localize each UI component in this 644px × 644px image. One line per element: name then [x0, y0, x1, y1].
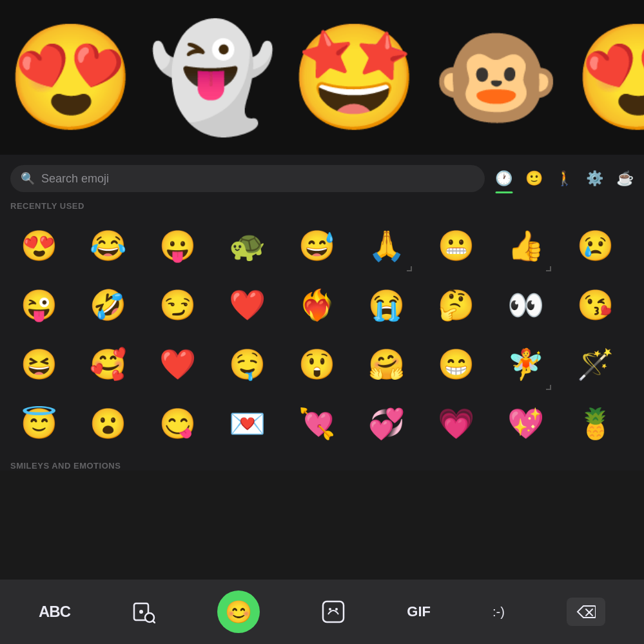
emoji-cell[interactable]: 🐢 — [219, 217, 276, 274]
emoji-cell[interactable]: 💘 — [289, 395, 346, 452]
showcase-emoji-1: 😍 — [6, 26, 135, 129]
emoji-cell[interactable]: 😍 — [10, 217, 67, 274]
search-icon: 🔍 — [21, 171, 35, 186]
svg-point-5 — [329, 608, 331, 610]
emoji-cell[interactable]: 😋 — [150, 395, 206, 452]
emoji-cell[interactable]: ❤️ — [150, 336, 206, 393]
emoji-keyboard-button[interactable]: 😊 — [217, 590, 260, 633]
emoji-cell[interactable]: 😲 — [289, 336, 346, 393]
emoji-cell[interactable]: 🤔 — [427, 277, 484, 333]
search-bar[interactable]: 🔍 Search emoji — [10, 165, 485, 192]
emoji-cell[interactable]: 👍 — [497, 217, 554, 274]
emoji-cell[interactable]: 😅 — [289, 217, 346, 274]
emoji-cell[interactable]: 😜 — [10, 277, 67, 333]
cat-tab-objects[interactable]: ☕ — [616, 170, 634, 187]
svg-point-6 — [335, 608, 338, 610]
showcase-emoji-5: 😍 — [574, 26, 644, 129]
sticker-search-button[interactable] — [132, 600, 155, 623]
search-row: 🔍 Search emoji 🕐 🙂 🚶 ⚙️ ☕ — [10, 165, 634, 192]
emoji-cell[interactable]: 🤣 — [80, 277, 137, 333]
emoji-cell[interactable]: 🧚 — [497, 336, 554, 393]
cat-tab-people[interactable]: 🚶 — [556, 170, 573, 187]
cat-tab-recent[interactable]: 🕐 — [495, 170, 512, 187]
emoji-cell[interactable]: 😭 — [358, 277, 415, 333]
showcase-emoji-4: 🐵 — [432, 26, 561, 129]
emoji-cell[interactable]: 🥰 — [80, 336, 137, 393]
cat-tab-smileys[interactable]: 🙂 — [525, 170, 543, 187]
cat-tab-activities[interactable]: ⚙️ — [586, 170, 603, 187]
svg-point-3 — [139, 610, 143, 614]
svg-rect-4 — [323, 601, 344, 622]
emoji-cell[interactable]: 😢 — [567, 217, 623, 274]
delete-button[interactable] — [567, 598, 605, 626]
showcase-emoji-2: 👻 — [148, 26, 277, 129]
emoji-cell[interactable]: 😁 — [427, 336, 484, 393]
emoji-cell[interactable]: 😂 — [80, 217, 137, 274]
emoji-cell[interactable]: ❤️ — [219, 277, 276, 333]
category-tabs: 🕐 🙂 🚶 ⚙️ ☕ — [495, 170, 634, 187]
emoji-cell[interactable]: 😛 — [150, 217, 206, 274]
top-showcase: 😍 👻 🤩 🐵 😍 — [0, 0, 644, 155]
recently-used-grid: 😍 😂 😛 🐢 😅 🙏 😬 👍 😢 😜 🤣 😏 ❤️ ❤️‍🔥 😭 🤔 👀 😘 … — [10, 217, 634, 452]
showcase-emoji-3: 🤩 — [290, 26, 419, 129]
emoji-picker-panel: 🔍 Search emoji 🕐 🙂 🚶 ⚙️ ☕ RECENTLY USED … — [0, 155, 644, 471]
emoji-cell[interactable]: 🪄 — [567, 336, 623, 393]
emoji-cell[interactable]: 😏 — [150, 277, 206, 333]
section-label-smileys: SMILEYS AND EMOTIONS — [10, 461, 634, 471]
search-placeholder: Search emoji — [41, 172, 109, 186]
emoji-cell[interactable]: 😮 — [80, 395, 137, 452]
emoji-cell[interactable]: 😘 — [567, 277, 623, 333]
emoticon-button[interactable]: :-) — [493, 605, 505, 620]
emoji-cell[interactable]: 🤤 — [219, 336, 276, 393]
gif-button[interactable]: GIF — [407, 603, 431, 620]
emoji-sticker-button[interactable] — [322, 600, 345, 623]
svg-line-2 — [153, 621, 155, 623]
emoji-cell[interactable]: 💗 — [427, 395, 484, 452]
emoji-btn-circle[interactable]: 😊 — [217, 590, 260, 633]
abc-button[interactable]: ABC — [39, 603, 70, 621]
emoji-cell[interactable]: 😇 — [10, 395, 67, 452]
emoji-cell[interactable]: 👀 — [497, 277, 554, 333]
emoji-cell[interactable]: ❤️‍🔥 — [289, 277, 346, 333]
bottom-toolbar: ABC 😊 GIF :-) — [0, 580, 644, 644]
emoji-cell[interactable]: 💌 — [219, 395, 276, 452]
emoji-cell[interactable]: 🙏 — [358, 217, 415, 274]
emoji-face-icon: 😊 — [225, 599, 252, 625]
emoji-cell[interactable]: 💞 — [358, 395, 415, 452]
emoji-cell[interactable]: 😬 — [427, 217, 484, 274]
section-label-recent: RECENTLY USED — [10, 201, 634, 211]
emoji-cell[interactable]: 😆 — [10, 336, 67, 393]
emoji-cell[interactable]: 🤗 — [358, 336, 415, 393]
emoji-cell[interactable]: 🍍 — [567, 395, 623, 452]
emoji-cell[interactable]: 💖 — [497, 395, 554, 452]
